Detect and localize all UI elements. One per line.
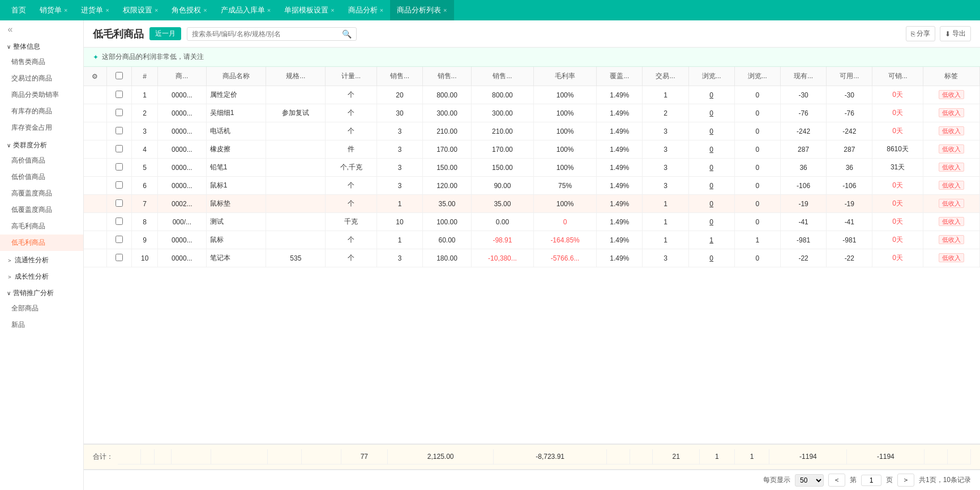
sidebar-item-high-coverage[interactable]: 高覆盖度商品: [0, 185, 83, 202]
row-checkbox[interactable]: [106, 177, 132, 195]
nav-product-analysis-list[interactable]: 商品分析列表 ×: [390, 0, 453, 20]
sidebar-item-sales-goods[interactable]: 销售类商品: [0, 54, 83, 70]
row-checkbox[interactable]: [106, 159, 132, 177]
row-view1[interactable]: 1: [688, 231, 734, 249]
col-sales-qty[interactable]: 销售...: [376, 67, 422, 86]
row-tag[interactable]: 低收入: [923, 86, 979, 104]
col-name[interactable]: 商品名称: [206, 67, 266, 86]
date-filter-button[interactable]: 近一月: [149, 27, 181, 40]
close-icon[interactable]: ×: [203, 7, 207, 14]
sidebar-group-growth[interactable]: ＞ 成长性分析: [0, 267, 83, 284]
select-all-checkbox[interactable]: [115, 72, 123, 79]
sidebar-group-marketing[interactable]: ∨ 营销推广分析: [0, 284, 83, 300]
row-view1[interactable]: 0: [688, 195, 734, 213]
nav-home[interactable]: 首页: [5, 0, 33, 20]
col-spec[interactable]: 规格...: [266, 67, 326, 86]
row-tag[interactable]: 低收入: [923, 104, 979, 122]
per-page-select[interactable]: 50 100 200: [795, 474, 824, 487]
sidebar-collapse-button[interactable]: «: [5, 24, 16, 35]
sidebar-group-flow[interactable]: ＞ 流通性分析: [0, 251, 83, 267]
sidebar-item-new-goods[interactable]: 新品: [0, 317, 83, 333]
share-button[interactable]: ⎘ 分享: [906, 26, 935, 41]
col-trade[interactable]: 交易...: [643, 67, 688, 86]
col-available[interactable]: 可用...: [827, 67, 872, 86]
col-sales-price[interactable]: 销售...: [423, 67, 472, 86]
row-checkbox[interactable]: [106, 213, 132, 231]
col-coverage[interactable]: 覆盖...: [597, 67, 643, 86]
row-tag[interactable]: 低收入: [923, 122, 979, 140]
nav-role-auth[interactable]: 角色授权 ×: [165, 0, 213, 20]
sidebar-item-stock-capital[interactable]: 库存资金占用: [0, 120, 83, 136]
row-view1[interactable]: 0: [688, 177, 734, 195]
row-tag[interactable]: 低收入: [923, 231, 979, 249]
search-icon[interactable]: 🔍: [342, 29, 352, 39]
row-select-checkbox[interactable]: [115, 254, 123, 261]
row-select-checkbox[interactable]: [115, 127, 123, 134]
search-input[interactable]: [192, 30, 342, 38]
row-select-checkbox[interactable]: [115, 91, 123, 98]
sidebar-item-all-goods[interactable]: 全部商品: [0, 300, 83, 317]
row-checkbox[interactable]: [106, 231, 132, 249]
row-select-checkbox[interactable]: [115, 181, 123, 189]
row-view1[interactable]: 0: [688, 213, 734, 231]
next-page-button[interactable]: ＞: [897, 474, 914, 487]
close-icon[interactable]: ×: [380, 7, 383, 14]
row-tag[interactable]: 低收入: [923, 249, 979, 267]
row-checkbox[interactable]: [106, 86, 132, 104]
sidebar-group-overall[interactable]: ∨ 整体信息: [0, 37, 83, 54]
nav-sales-order[interactable]: 销货单 ×: [33, 0, 74, 20]
row-select-checkbox[interactable]: [115, 163, 123, 171]
col-sales-profit[interactable]: 销售...: [471, 67, 533, 86]
row-checkbox[interactable]: [106, 140, 132, 159]
sidebar-item-high-value[interactable]: 高价值商品: [0, 152, 83, 169]
col-code[interactable]: 商...: [157, 67, 206, 86]
row-select-checkbox[interactable]: [115, 145, 123, 152]
row-checkbox[interactable]: [106, 122, 132, 140]
page-number-input[interactable]: [861, 475, 881, 486]
row-checkbox[interactable]: [106, 195, 132, 213]
row-select-checkbox[interactable]: [115, 218, 123, 225]
nav-product-warehouse[interactable]: 产成品入库单 ×: [214, 0, 277, 20]
row-tag[interactable]: 低收入: [923, 213, 979, 231]
row-checkbox[interactable]: [106, 249, 132, 267]
nav-permissions[interactable]: 权限设置 ×: [116, 0, 165, 20]
col-gross-margin[interactable]: 毛利率: [533, 67, 596, 86]
row-tag[interactable]: 低收入: [923, 195, 979, 213]
col-view1[interactable]: 浏览...: [688, 67, 734, 86]
close-icon[interactable]: ×: [267, 7, 271, 14]
row-view1[interactable]: 0: [688, 104, 734, 122]
close-icon[interactable]: ×: [105, 7, 109, 14]
row-tag[interactable]: 低收入: [923, 140, 979, 159]
nav-purchase-order[interactable]: 进货单 ×: [74, 0, 115, 20]
nav-template-settings[interactable]: 单据模板设置 ×: [277, 0, 341, 20]
sidebar-item-traded-goods[interactable]: 交易过的商品: [0, 70, 83, 87]
sidebar-item-low-value[interactable]: 低价值商品: [0, 169, 83, 185]
sidebar-item-stock-goods[interactable]: 有库存的商品: [0, 103, 83, 120]
row-checkbox[interactable]: [106, 104, 132, 122]
sidebar-item-low-coverage[interactable]: 低覆盖度商品: [0, 202, 83, 218]
col-view2[interactable]: 浏览...: [734, 67, 780, 86]
sidebar-group-cluster[interactable]: ∨ 类群度分析: [0, 136, 83, 152]
row-view1[interactable]: 0: [688, 159, 734, 177]
row-view1[interactable]: 0: [688, 122, 734, 140]
row-view1[interactable]: 0: [688, 140, 734, 159]
sidebar-item-low-margin[interactable]: 低毛利商品: [0, 235, 83, 251]
row-tag[interactable]: 低收入: [923, 159, 979, 177]
sidebar-item-high-margin[interactable]: 高毛利商品: [0, 218, 83, 235]
row-tag[interactable]: 低收入: [923, 177, 979, 195]
col-unit[interactable]: 计量...: [326, 67, 376, 86]
close-icon[interactable]: ×: [331, 7, 334, 14]
col-tag[interactable]: 标签: [923, 67, 979, 86]
sidebar-item-category-assist[interactable]: 商品分类助销率: [0, 87, 83, 103]
close-icon[interactable]: ×: [443, 7, 447, 14]
close-icon[interactable]: ×: [64, 7, 67, 14]
close-icon[interactable]: ×: [155, 7, 158, 14]
export-button[interactable]: ⬇ 导出: [940, 26, 971, 41]
col-checkbox[interactable]: [106, 67, 132, 86]
row-view1[interactable]: 0: [688, 86, 734, 104]
col-sellable[interactable]: 可销...: [872, 67, 923, 86]
nav-product-analysis[interactable]: 商品分析 ×: [341, 0, 390, 20]
col-settings[interactable]: ⚙: [84, 67, 106, 86]
row-select-checkbox[interactable]: [115, 109, 123, 116]
row-select-checkbox[interactable]: [115, 236, 123, 243]
